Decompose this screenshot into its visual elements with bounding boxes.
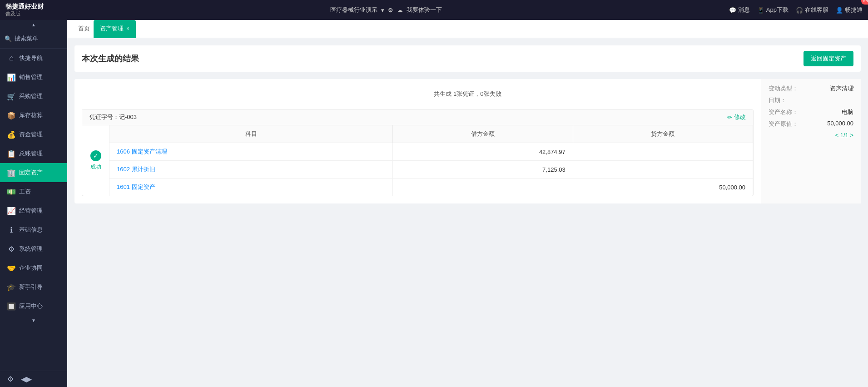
sidebar-item-enterprise[interactable]: 🤝 企业协同 (0, 258, 67, 278)
feedback-label[interactable]: 我要体验一下 (407, 6, 442, 14)
scroll-up[interactable]: ▲ (31, 22, 36, 27)
search-label: 搜索菜单 (15, 35, 38, 43)
sidebar-item-system[interactable]: ⚙ 系统管理 (0, 239, 67, 258)
sales-label: 销售管理 (19, 73, 43, 81)
asset-name-value: 电脑 (842, 108, 853, 116)
col-subject: 科目 (109, 125, 393, 143)
search-icon: 🔍 (5, 35, 12, 42)
page-title: 本次生成的结果 (82, 53, 139, 64)
result-summary: 共生成 1张凭证，0张失败 (82, 86, 853, 102)
scroll-down[interactable]: ▼ (31, 318, 36, 323)
company-dropdown-icon[interactable]: ▾ (381, 7, 384, 14)
sidebar-item-inventory[interactable]: 📦 库存核算 (0, 106, 67, 125)
success-label: 成功 (90, 163, 101, 171)
asset-name-label: 资产名称： (769, 108, 798, 116)
row2-subject: 1602 累计折旧 (109, 161, 393, 179)
salary-icon: 💵 (7, 188, 15, 196)
purchase-icon: 🛒 (7, 92, 15, 100)
logo-main: 畅捷通好业财 (5, 3, 44, 10)
sidebar-item-fixed-assets[interactable]: 🏢 固定资产 (0, 163, 67, 182)
row1-credit (573, 143, 753, 161)
logo: 畅捷通好业财 普及版 (5, 3, 44, 17)
col-debit: 借方金额 (393, 125, 573, 143)
salary-label: 工资 (19, 188, 31, 196)
user-btn[interactable]: 👤 畅捷通 (836, 6, 863, 14)
edit-btn[interactable]: ✏ 修改 (727, 113, 746, 121)
company-name: 医疗器械行业演示 (330, 6, 377, 14)
collapse-icon[interactable]: ◀▶ (21, 375, 32, 383)
guide-label: 新手引导 (19, 283, 43, 291)
row3-debit (393, 179, 573, 196)
original-value-row: 资产原值： 50,000.00 (769, 120, 853, 128)
notification-badge: 99+ (861, 0, 868, 5)
table-row: 1601 固定资产 50,000.00 (109, 179, 753, 196)
tab-home[interactable]: 首页 (74, 20, 94, 38)
app-center-icon: 🔲 (7, 302, 15, 310)
voucher-block: 凭证字号：记-003 ✏ 修改 ✓ 成功 (82, 109, 754, 196)
tab-asset-management[interactable]: 资产管理 × (94, 20, 136, 38)
ledger-icon: 📋 (7, 149, 15, 158)
capital-label: 资金管理 (19, 130, 43, 139)
app-center-label: 应用中心 (19, 302, 43, 310)
page-content: 本次生成的结果 返回固定资产 共生成 1张凭证，0张失败 凭证字号：记-003 … (67, 38, 868, 387)
content-area: 首页 资产管理 × 本次生成的结果 返回固定资产 共生成 1张凭证，0张失败 凭… (67, 20, 868, 387)
success-column: ✓ 成功 (82, 125, 109, 196)
table-row: 1602 累计折旧 7,125.03 (109, 161, 753, 179)
sidebar-item-ledger[interactable]: 📋 总账管理 (0, 144, 67, 163)
basic-info-icon: ℹ (7, 226, 15, 234)
search-menu-btn[interactable]: 🔍 搜索菜单 (5, 33, 63, 45)
row1-debit: 42,874.97 (393, 143, 573, 161)
page-title-bar: 本次生成的结果 返回固定资产 (74, 45, 861, 72)
sidebar-item-capital[interactable]: 💰 资金管理 (0, 125, 67, 144)
sidebar-item-purchase[interactable]: 🛒 采购管理 (0, 87, 67, 106)
top-header: 畅捷通好业财 普及版 医疗器械行业演示 ▾ ⚙ ☁ 我要体验一下 💬 消息 99… (0, 0, 868, 20)
notification-btn[interactable]: 💬 消息 99+ (729, 6, 750, 14)
fixed-assets-icon: 🏢 (7, 169, 15, 177)
row3-credit: 50,000.00 (573, 179, 753, 196)
settings-icon[interactable]: ⚙ (388, 7, 393, 14)
feedback-icon: ☁ (397, 7, 403, 14)
sidebar-item-basic-info[interactable]: ℹ 基础信息 (0, 220, 67, 239)
table-header-row: 科目 借方金额 贷方金额 (109, 125, 753, 143)
original-value-label: 资产原值： (769, 120, 798, 128)
enterprise-icon: 🤝 (7, 264, 15, 272)
close-modal-btn[interactable]: ✕ (833, 83, 844, 94)
home-label: 首页 (78, 25, 90, 33)
return-fixed-assets-btn[interactable]: 返回固定资产 (804, 51, 853, 66)
purchase-label: 采购管理 (19, 92, 43, 100)
settings-bottom-icon[interactable]: ⚙ (7, 375, 14, 383)
inventory-icon: 📦 (7, 111, 15, 119)
voucher-table: 科目 借方金额 贷方金额 1606 固定资产清理 42,874.97 (109, 125, 753, 196)
online-service-btn[interactable]: 🎧 在线客服 (796, 6, 828, 14)
user-name: 畅捷通 (845, 6, 863, 14)
tab-asset-label: 资产管理 (100, 25, 124, 33)
row3-subject: 1601 固定资产 (109, 179, 393, 196)
sidebar-item-guide[interactable]: 🎓 新手引导 (0, 278, 67, 297)
online-service-label: 在线客服 (805, 6, 828, 14)
row2-debit: 7,125.03 (393, 161, 573, 179)
original-value-value: 50,000.00 (827, 120, 853, 128)
app-download-btn[interactable]: 📱 App下载 (757, 6, 789, 14)
main-layout: ▲ 🔍 搜索菜单 ⌂ 快捷导航 📊 销售管理 🛒 采购管理 📦 库存核算 💰 资… (0, 20, 868, 387)
notification-icon: 💬 (729, 7, 736, 14)
sidebar-item-app-center[interactable]: 🔲 应用中心 (0, 297, 67, 316)
ledger-label: 总账管理 (19, 149, 43, 158)
sidebar: ▲ 🔍 搜索菜单 ⌂ 快捷导航 📊 销售管理 🛒 采购管理 📦 库存核算 💰 资… (0, 20, 67, 387)
sidebar-item-sales[interactable]: 📊 销售管理 (0, 68, 67, 87)
sales-icon: 📊 (7, 73, 15, 81)
sidebar-item-salary[interactable]: 💵 工资 (0, 182, 67, 201)
edit-icon: ✏ (727, 114, 732, 121)
page-info: 1/1 (840, 132, 850, 139)
success-mark: ✓ 成功 (90, 150, 101, 171)
sidebar-item-quick-nav[interactable]: ⌂ 快捷导航 (0, 49, 67, 68)
inventory-label: 库存核算 (19, 111, 43, 119)
sidebar-item-operations[interactable]: 📈 经营管理 (0, 201, 67, 220)
operations-icon: 📈 (7, 207, 15, 215)
expand-modal-btn[interactable]: ⤢ (846, 83, 857, 94)
tab-close-btn[interactable]: × (126, 25, 129, 32)
header-right: 💬 消息 99+ 📱 App下载 🎧 在线客服 👤 畅捷通 (729, 6, 863, 14)
next-page-btn[interactable]: > (850, 132, 853, 139)
quick-nav-label: 快捷导航 (19, 54, 43, 62)
date-row: 日期： (769, 96, 853, 104)
prev-page-btn[interactable]: < (835, 132, 839, 139)
